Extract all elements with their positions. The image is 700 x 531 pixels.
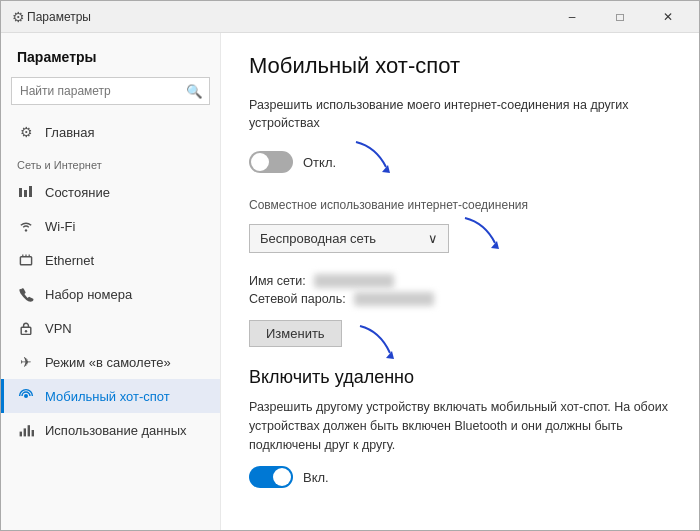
sidebar-item-home-label: Главная bbox=[45, 125, 94, 140]
dropdown-chevron-icon: ∨ bbox=[428, 231, 438, 246]
svg-rect-10 bbox=[20, 432, 22, 437]
data-usage-icon bbox=[17, 421, 35, 439]
sidebar-item-status-label: Состояние bbox=[45, 185, 110, 200]
airplane-icon: ✈ bbox=[17, 353, 35, 371]
shared-connection-dropdown[interactable]: Беспроводная сеть ∨ bbox=[249, 224, 449, 253]
title-bar-title: Параметры bbox=[27, 10, 549, 24]
maximize-button[interactable]: □ bbox=[597, 1, 643, 33]
sidebar-item-hotspot-label: Мобильный хот-спот bbox=[45, 389, 170, 404]
sidebar-item-hotspot[interactable]: Мобильный хот-спот bbox=[1, 379, 220, 413]
arrow-annotation-3 bbox=[350, 321, 400, 366]
shared-connection-label: Совместное использование интернет-соедин… bbox=[249, 198, 671, 212]
toggle-on-label: Вкл. bbox=[303, 470, 329, 485]
remote-description: Разрешить другому устройству включать мо… bbox=[249, 398, 671, 454]
dropdown-value: Беспроводная сеть bbox=[260, 231, 376, 246]
toggle-thumb-off bbox=[251, 153, 269, 171]
network-password-value bbox=[354, 292, 434, 306]
change-button[interactable]: Изменить bbox=[249, 320, 342, 347]
section-label: Сеть и Интернет bbox=[1, 149, 220, 175]
hotspot-toggle-off[interactable] bbox=[249, 151, 293, 173]
sidebar-item-vpn[interactable]: VPN bbox=[1, 311, 220, 345]
sidebar-item-dial-label: Набор номера bbox=[45, 287, 132, 302]
status-icon bbox=[17, 183, 35, 201]
toggle-thumb-on bbox=[273, 468, 291, 486]
svg-rect-1 bbox=[24, 190, 27, 197]
svg-rect-12 bbox=[28, 425, 30, 436]
wifi-icon bbox=[17, 217, 35, 235]
sidebar-item-ethernet[interactable]: Ethernet bbox=[1, 243, 220, 277]
sidebar-item-status[interactable]: Состояние bbox=[1, 175, 220, 209]
ethernet-icon bbox=[17, 251, 35, 269]
sidebar-item-wifi[interactable]: Wi-Fi bbox=[1, 209, 220, 243]
sidebar-item-wifi-label: Wi-Fi bbox=[45, 219, 75, 234]
sidebar-header: Параметры bbox=[1, 33, 220, 73]
sidebar-item-airplane-label: Режим «в самолете» bbox=[45, 355, 171, 370]
network-name-row: Имя сети: bbox=[249, 274, 671, 288]
svg-rect-11 bbox=[24, 428, 26, 436]
network-password-row: Сетевой пароль: bbox=[249, 292, 671, 306]
sidebar-item-data-usage-label: Использование данных bbox=[45, 423, 187, 438]
search-input[interactable] bbox=[12, 78, 178, 104]
toggle-on-row: Вкл. bbox=[249, 466, 671, 488]
home-icon: ⚙ bbox=[17, 123, 35, 141]
vpn-icon bbox=[17, 319, 35, 337]
svg-rect-0 bbox=[19, 188, 22, 197]
page-title: Мобильный хот-спот bbox=[249, 53, 671, 79]
sidebar-item-ethernet-label: Ethernet bbox=[45, 253, 94, 268]
sidebar-item-data-usage[interactable]: Использование данных bbox=[1, 413, 220, 447]
svg-rect-2 bbox=[29, 186, 32, 197]
main-panel: Мобильный хот-спот Разрешить использован… bbox=[221, 33, 699, 530]
title-bar: ⚙ Параметры – □ ✕ bbox=[1, 1, 699, 33]
arrow-annotation-1 bbox=[346, 137, 396, 177]
hotspot-icon bbox=[17, 387, 35, 405]
title-bar-icon: ⚙ bbox=[9, 8, 27, 26]
network-password-label: Сетевой пароль: bbox=[249, 292, 346, 306]
search-icon-btn[interactable]: 🔍 bbox=[178, 79, 211, 104]
sidebar-item-dial[interactable]: Набор номера bbox=[1, 277, 220, 311]
allow-description: Разрешить использование моего интернет-с… bbox=[249, 97, 671, 132]
toggle-off-label: Откл. bbox=[303, 155, 336, 170]
minimize-button[interactable]: – bbox=[549, 1, 595, 33]
dropdown-row: Совместное использование интернет-соедин… bbox=[249, 198, 671, 258]
main-content: Параметры 🔍 ⚙ Главная Сеть и Интернет bbox=[1, 33, 699, 530]
close-button[interactable]: ✕ bbox=[645, 1, 691, 33]
arrow-annotation-2 bbox=[455, 213, 505, 253]
svg-rect-13 bbox=[32, 430, 34, 436]
sidebar-item-vpn-label: VPN bbox=[45, 321, 72, 336]
toggle-off-row: Откл. bbox=[249, 142, 671, 182]
svg-point-9 bbox=[24, 394, 28, 398]
search-box[interactable]: 🔍 bbox=[11, 77, 210, 105]
dial-icon bbox=[17, 285, 35, 303]
hotspot-toggle-on[interactable] bbox=[249, 466, 293, 488]
svg-point-8 bbox=[25, 330, 27, 332]
svg-rect-3 bbox=[20, 257, 31, 265]
settings-window: ⚙ Параметры – □ ✕ Параметры 🔍 ⚙ Главная … bbox=[0, 0, 700, 531]
sidebar: Параметры 🔍 ⚙ Главная Сеть и Интернет bbox=[1, 33, 221, 530]
network-name-label: Имя сети: bbox=[249, 274, 306, 288]
sidebar-item-airplane[interactable]: ✈ Режим «в самолете» bbox=[1, 345, 220, 379]
title-bar-controls: – □ ✕ bbox=[549, 1, 691, 33]
network-name-value bbox=[314, 274, 394, 288]
remote-section-title: Включить удаленно bbox=[249, 367, 671, 388]
sidebar-item-home[interactable]: ⚙ Главная bbox=[1, 115, 220, 149]
